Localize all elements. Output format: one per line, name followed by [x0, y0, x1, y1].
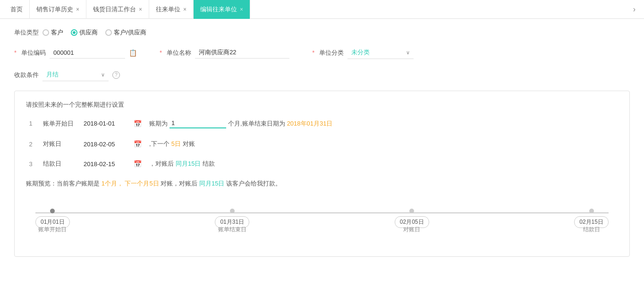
tab-partner[interactable]: 往来单位 × — [149, 0, 194, 19]
calendar-icon-2[interactable]: 📅 — [134, 140, 142, 148]
tab-cash-work-label: 钱货日清工作台 — [93, 5, 136, 14]
period-desc-3: ，对账后 同月15日 结款 — [149, 160, 215, 168]
preview-part1: 1个月， — [102, 180, 123, 187]
unit-category-label: 单位分类 — [319, 49, 344, 57]
radio-supplier[interactable]: 供应商 — [71, 28, 98, 37]
tab-bar: 首页 销售订单历史 × 钱货日清工作台 × 往来单位 × 编辑往来单位 × › — [0, 0, 644, 19]
period-highlight-2: 5日 — [171, 140, 181, 148]
required-star-code: * — [14, 49, 17, 56]
period-suffix-3: 结款 — [203, 160, 215, 168]
unit-type-radio-group: 客户 供应商 客户/供应商 — [42, 28, 146, 37]
required-star-name: * — [160, 49, 162, 56]
period-field-2: 对账日 — [43, 140, 76, 148]
tab-sales-history[interactable]: 销售订单历史 × — [30, 0, 86, 19]
period-box: 请按照未来的一个完整帐期进行设置 1 账单开始日 2018-01-01 📅 账期… — [14, 91, 630, 257]
payment-row: 收款条件 月结 ∨ ? — [14, 68, 630, 81]
radio-customer-label: 客户 — [51, 28, 63, 37]
close-icon[interactable]: × — [139, 6, 142, 13]
radio-supplier-label: 供应商 — [79, 28, 98, 37]
period-row-1: 1 账单开始日 2018-01-01 📅 账期为 个月,账单结束日期为 2018… — [26, 118, 618, 128]
radio-both[interactable]: 客户/供应商 — [105, 28, 146, 37]
required-star-category: * — [312, 49, 314, 56]
preview-section: 账期预览：当前客户账期是 1个月， 下一个月5日 对账，对账后 同月15日 该客… — [26, 179, 618, 247]
tab-home[interactable]: 首页 — [4, 0, 30, 19]
unit-category-group: * 单位分类 未分类 ∨ — [312, 46, 414, 59]
timeline-label-2: 账单结束日 — [218, 226, 246, 234]
tab-edit-partner-label: 编辑往来单位 — [200, 5, 237, 14]
tab-sales-history-label: 销售订单历史 — [36, 5, 73, 14]
calendar-icon-code[interactable]: 📋 — [129, 49, 137, 57]
payment-dropdown[interactable]: 月结 ∨ — [42, 68, 109, 81]
unit-name-input[interactable] — [195, 47, 289, 59]
timeline-label-4: 结款日 — [583, 226, 600, 234]
unit-name-group: * 单位名称 — [160, 47, 289, 59]
tab-more-button[interactable]: › — [628, 5, 640, 14]
calendar-icon-1[interactable]: 📅 — [134, 120, 142, 127]
unit-category-dropdown[interactable]: 未分类 ∨ — [347, 46, 414, 59]
unit-code-group: * 单位编码 📋 — [14, 47, 137, 59]
main-content: 单位类型 客户 供应商 客户/供应商 * 单位编码 📋 * 单位名称 — [0, 19, 644, 287]
timeline-dot-2 — [230, 209, 235, 213]
period-date-2: 2018-02-05 — [84, 141, 126, 148]
preview-part2: 下一个月5日 — [125, 180, 159, 187]
unit-fields-row: * 单位编码 📋 * 单位名称 * 单位分类 未分类 ∨ — [14, 46, 630, 59]
period-prefix-3: ，对账后 — [149, 160, 174, 168]
timeline-points: 01月01日 账单开始日 01月31日 账单结束日 02月05日 对账日 — [35, 209, 609, 228]
period-row-3: 3 结款日 2018-02-15 📅 ，对账后 同月15日 结款 — [26, 160, 618, 168]
period-title: 请按照未来的一个完整帐期进行设置 — [26, 101, 618, 109]
unit-name-label: 单位名称 — [167, 49, 191, 57]
period-num-2: 2 — [26, 141, 35, 148]
period-num-3: 3 — [26, 160, 35, 168]
timeline-label-3: 对账日 — [403, 226, 420, 234]
period-field-1: 账单开始日 — [43, 119, 76, 128]
period-prefix-2: ,下一个 — [149, 140, 169, 148]
close-icon[interactable]: × — [183, 6, 186, 13]
radio-both-label: 客户/供应商 — [114, 28, 146, 37]
timeline-dot-4 — [589, 209, 594, 213]
close-icon[interactable]: × — [76, 6, 79, 13]
period-desc-1: 账期为 个月,账单结束日期为 2018年01月31日 — [149, 118, 332, 128]
period-highlight-1: 2018年01月31日 — [287, 119, 333, 128]
unit-code-input[interactable] — [50, 47, 125, 59]
timeline: 01月01日 账单开始日 01月31日 账单结束日 02月05日 对账日 — [26, 199, 618, 247]
payment-value: 月结 — [46, 70, 99, 79]
tab-home-label: 首页 — [10, 5, 23, 14]
calendar-icon-3[interactable]: 📅 — [134, 160, 142, 168]
timeline-point-2: 01月31日 账单结束日 — [215, 209, 249, 228]
period-suffix-1: 个月,账单结束日期为 — [228, 119, 285, 128]
period-input-1[interactable] — [169, 118, 226, 128]
timeline-point-3: 02月05日 对账日 — [395, 209, 429, 228]
preview-text: 账期预览：当前客户账期是 1个月， 下一个月5日 对账，对账后 同月15日 该客… — [26, 179, 618, 188]
tab-partner-label: 往来单位 — [156, 5, 180, 14]
period-suffix-2: 对账 — [183, 140, 195, 148]
unit-code-label: 单位编码 — [21, 49, 46, 57]
chevron-down-icon-payment: ∨ — [101, 72, 105, 78]
payment-label: 收款条件 — [14, 71, 39, 79]
period-row-2: 2 对账日 2018-02-05 📅 ,下一个 5日 对账 — [26, 140, 618, 148]
unit-type-label: 单位类型 — [14, 28, 39, 37]
help-icon[interactable]: ? — [112, 71, 120, 79]
period-date-1: 2018-01-01 — [84, 120, 126, 127]
chevron-down-icon: ∨ — [406, 50, 410, 56]
preview-label: 账期预览：当前客户账期是 — [26, 180, 100, 187]
preview-part3: 对账，对账后 — [161, 180, 197, 187]
preview-part5: 该客户会给我打款。 — [226, 180, 281, 187]
timeline-point-4: 02月15日 结款日 — [574, 209, 609, 228]
radio-circle-both — [105, 29, 112, 36]
timeline-dot-3 — [409, 209, 414, 213]
period-highlight-3: 同月15日 — [176, 160, 201, 168]
preview-part4: 同月15日 — [199, 180, 224, 187]
tab-edit-partner[interactable]: 编辑往来单位 × — [194, 0, 250, 19]
period-date-3: 2018-02-15 — [84, 160, 126, 168]
period-num-1: 1 — [26, 120, 35, 127]
unit-category-value: 未分类 — [351, 48, 404, 57]
period-desc-2: ,下一个 5日 对账 — [149, 140, 195, 148]
timeline-point-1: 01月01日 账单开始日 — [35, 209, 70, 228]
radio-customer[interactable]: 客户 — [42, 28, 63, 37]
close-icon[interactable]: × — [240, 6, 243, 13]
period-label-1: 账期为 — [149, 119, 168, 128]
radio-circle-customer — [42, 29, 49, 36]
timeline-label-1: 账单开始日 — [38, 226, 67, 234]
tab-cash-work[interactable]: 钱货日清工作台 × — [86, 0, 149, 19]
radio-circle-supplier — [71, 29, 77, 36]
